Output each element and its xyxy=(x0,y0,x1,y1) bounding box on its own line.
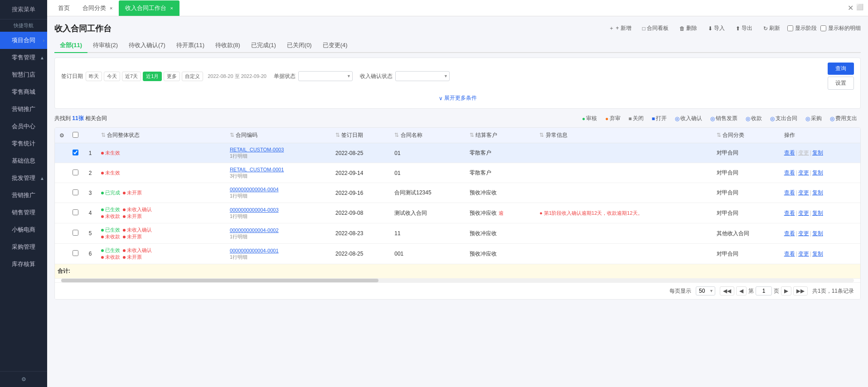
filter-tab-all[interactable]: 全部(11) xyxy=(54,39,87,53)
sidebar-item-marketing2[interactable]: 营销推广 xyxy=(0,187,47,204)
sidebar-item-quick-nav[interactable]: 快捷导航 xyxy=(0,19,47,32)
sidebar-item-purchase-mgmt[interactable]: 采购管理 xyxy=(0,238,47,256)
show-detail-checkbox[interactable] xyxy=(820,25,826,31)
refresh-button[interactable]: ↻ 刷新 xyxy=(760,23,784,34)
op-复制-link[interactable]: 复制 xyxy=(812,210,823,216)
filter-tab-closed[interactable]: 已关闭(0) xyxy=(281,39,317,53)
fee-expense-btn[interactable]: ◎ 费用支出 xyxy=(826,113,861,124)
contract-code-link[interactable]: 0000000000004-0001 xyxy=(230,248,279,253)
sidebar-search[interactable]: 搜索菜单 xyxy=(0,0,47,19)
delete-button[interactable]: 🗑 删除 xyxy=(676,23,701,34)
sidebar-item-wholesale-mgmt[interactable]: 批发管理 ▲ xyxy=(0,169,47,187)
tab-income-contract[interactable]: 收入合同工作台 × xyxy=(119,0,179,16)
export-button[interactable]: ⬆ 导出 xyxy=(732,23,756,34)
expand-more-btn[interactable]: ∨ 展开更多条件 xyxy=(439,92,477,104)
page-input[interactable] xyxy=(756,286,772,295)
sidebar-item-xiaochange[interactable]: 小畅电商 xyxy=(0,221,47,238)
tab-close-income-contract[interactable]: × xyxy=(170,5,173,11)
col-settings[interactable]: ⚙ xyxy=(55,128,68,143)
abandon-btn[interactable]: ● 弃审 xyxy=(601,113,624,124)
query-button[interactable]: 查询 xyxy=(828,63,854,75)
maximize-window-button[interactable]: ⬜ xyxy=(856,4,863,12)
filter-tab-pending-invoice[interactable]: 待开票(11) xyxy=(171,39,210,53)
sidebar-item-inventory[interactable]: 库存核算 xyxy=(0,256,47,273)
date-btn-today[interactable]: 今天 xyxy=(104,72,120,81)
contract-code-link[interactable]: 0000000000004-0003 xyxy=(230,207,279,213)
filter-tab-pending-payment[interactable]: 待收款(8) xyxy=(210,39,246,53)
filter-tab-changed[interactable]: 已变更(4) xyxy=(317,39,353,53)
op-变更-link[interactable]: 变更 xyxy=(798,189,809,196)
show-fields-checkbox[interactable] xyxy=(787,25,793,31)
row-checkbox[interactable] xyxy=(73,169,78,175)
date-btn-more[interactable]: 更多 xyxy=(164,72,180,81)
op-复制-link[interactable]: 复制 xyxy=(812,251,823,257)
tab-contract-category[interactable]: 合同分类 × xyxy=(76,0,119,16)
op-变更-link[interactable]: 变更 xyxy=(798,230,809,237)
op-变更-link[interactable]: 变更 xyxy=(798,251,809,257)
row-checkbox[interactable] xyxy=(73,209,78,215)
income-confirm-select[interactable] xyxy=(395,71,450,81)
op-查看-link[interactable]: 查看 xyxy=(784,169,795,176)
last-page-btn[interactable]: ▶▶ xyxy=(793,286,808,295)
op-复制-link[interactable]: 复制 xyxy=(812,189,823,196)
sidebar-settings-button[interactable]: ⚙ xyxy=(0,371,47,387)
op-变更-link[interactable]: 变更 xyxy=(798,169,809,176)
close-btn[interactable]: ■ 关闭 xyxy=(625,113,647,124)
contract-code-link[interactable]: 0000000000004-0002 xyxy=(230,227,279,233)
op-变更-link[interactable]: 变更 xyxy=(798,210,809,216)
sales-invoice-btn[interactable]: ◎ 销售发票 xyxy=(707,113,741,124)
import-button[interactable]: ⬇ 导入 xyxy=(704,23,728,34)
contract-code-link[interactable]: 0000000000004-0004 xyxy=(230,187,279,192)
tab-home[interactable]: 首页 xyxy=(52,0,76,16)
horizontal-scrollbar[interactable] xyxy=(61,279,854,282)
purchase-btn[interactable]: ◎ 采购 xyxy=(802,113,825,124)
doc-status-select[interactable] xyxy=(298,71,353,81)
tab-close-contract-category[interactable]: × xyxy=(110,5,112,11)
sidebar-item-retail-mall[interactable]: 零售商城 xyxy=(0,83,47,101)
sidebar-item-base-info[interactable]: 基础信息 xyxy=(0,152,47,169)
op-复制-link[interactable]: 复制 xyxy=(812,230,823,237)
payment-btn[interactable]: ◎ 收款 xyxy=(742,113,766,124)
row-checkbox[interactable] xyxy=(73,250,78,256)
op-复制-link[interactable]: 复制 xyxy=(812,150,823,156)
op-复制-link[interactable]: 复制 xyxy=(812,169,823,176)
op-查看-link[interactable]: 查看 xyxy=(784,230,795,237)
expense-contract-btn[interactable]: ◎ 支出合同 xyxy=(766,113,801,124)
date-btn-last7[interactable]: 近7天 xyxy=(122,72,141,81)
page-size-select[interactable]: 50 20 100 xyxy=(696,286,715,295)
op-查看-link[interactable]: 查看 xyxy=(784,210,795,216)
op-查看-link[interactable]: 查看 xyxy=(784,189,795,196)
op-变更-link[interactable]: 变更 xyxy=(798,150,809,156)
income-confirm-btn[interactable]: ◎ 收入确认 xyxy=(671,113,706,124)
contract-code-link[interactable]: RETAIL_CUSTOM-0001 xyxy=(230,167,284,172)
sidebar-item-smart-store[interactable]: 智慧门店 xyxy=(0,66,47,83)
row-checkbox[interactable] xyxy=(73,230,78,236)
search-settings-button[interactable]: 设置 xyxy=(828,77,854,90)
contract-code-link[interactable]: RETAIL_CUSTOM-0003 xyxy=(230,147,284,152)
sidebar-item-retail-mgmt[interactable]: 零售管理 ▲ xyxy=(0,49,47,66)
sidebar-item-sales-mgmt[interactable]: 销售管理 xyxy=(0,204,47,221)
next-page-btn[interactable]: ▶ xyxy=(781,286,791,295)
op-查看-link[interactable]: 查看 xyxy=(784,251,795,257)
row-checkbox[interactable] xyxy=(73,189,78,195)
prev-page-btn[interactable]: ◀ xyxy=(736,286,747,295)
new-button[interactable]: ＋ + 新增 xyxy=(605,23,635,34)
op-查看-link[interactable]: 查看 xyxy=(784,150,795,156)
sidebar-item-marketing[interactable]: 营销推广 xyxy=(0,101,47,118)
sidebar-item-retail-stats[interactable]: 零售统计 xyxy=(0,135,47,152)
open-btn[interactable]: ■ 打开 xyxy=(648,113,670,124)
select-all-checkbox[interactable] xyxy=(73,132,78,138)
close-window-button[interactable]: ✕ xyxy=(848,4,853,12)
sidebar-item-member-center[interactable]: 会员中心 xyxy=(0,118,47,135)
dashboard-button[interactable]: □ 合同看板 xyxy=(639,23,672,34)
filter-tab-pending-income-confirm[interactable]: 待收入确认(7) xyxy=(123,39,171,53)
date-btn-last1month[interactable]: 近1月 xyxy=(143,72,162,81)
filter-tab-completed[interactable]: 已完成(1) xyxy=(246,39,281,53)
scrollbar-thumb[interactable] xyxy=(61,279,378,282)
review-btn[interactable]: ● 审核 xyxy=(578,113,601,124)
filter-tab-pending-review[interactable]: 待审核(2) xyxy=(87,39,123,53)
sidebar-item-project-contract[interactable]: 项目合同 › xyxy=(0,32,47,49)
date-btn-custom[interactable]: 自定义 xyxy=(182,72,203,81)
first-page-btn[interactable]: ◀◀ xyxy=(720,286,734,295)
row-checkbox[interactable] xyxy=(73,150,78,155)
